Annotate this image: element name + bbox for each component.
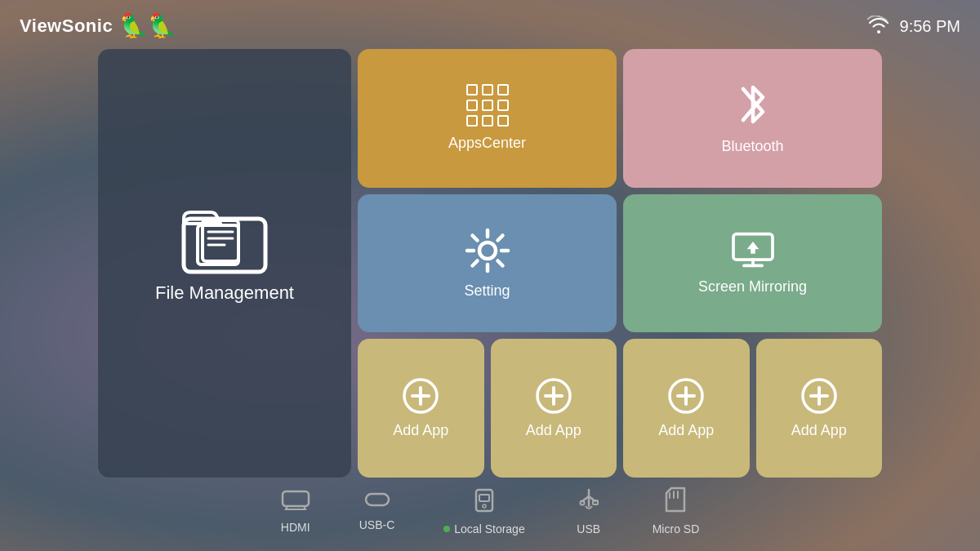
bottom-item-usb[interactable]: USB (574, 487, 604, 535)
bluetooth-label: Bluetooth (721, 138, 783, 155)
usb-icon (574, 487, 604, 518)
usb-label: USB (577, 522, 600, 535)
apps-center-icon (466, 84, 509, 127)
setting-tile[interactable]: Setting (358, 194, 617, 333)
screen-mirroring-tile[interactable]: Screen Mirroring (623, 194, 882, 333)
svg-rect-40 (593, 500, 598, 504)
svg-rect-34 (479, 495, 489, 501)
svg-rect-32 (366, 494, 389, 505)
add-app-3-icon (668, 378, 704, 414)
micro-sd-label: Micro SD (653, 522, 700, 535)
usb-c-label: USB-C (359, 518, 395, 531)
add-app-1-icon (403, 378, 439, 414)
add-app-2-label: Add App (526, 422, 581, 439)
bottom-bar: HDMI USB-C Local Storage (0, 478, 980, 551)
svg-point-35 (483, 504, 486, 508)
add-app-tile-2[interactable]: Add App (491, 339, 617, 478)
svg-rect-31 (283, 491, 309, 506)
file-management-tile[interactable]: File Management (98, 49, 351, 478)
right-grid: AppsCenter Bluetooth (358, 49, 882, 478)
bottom-item-hdmi[interactable]: HDMI (281, 488, 310, 534)
setting-icon (464, 227, 511, 274)
add-app-2-icon (536, 378, 572, 414)
logo-text: ViewSonic (20, 16, 113, 37)
local-storage-dot (443, 526, 450, 532)
add-app-tile-1[interactable]: Add App (358, 339, 484, 478)
setting-label: Setting (464, 282, 510, 300)
header-right: 9:56 PM (867, 16, 960, 38)
main-grid: File Management AppsCenter (0, 49, 980, 478)
add-app-1-label: Add App (393, 422, 448, 439)
time-display: 9:56 PM (900, 17, 960, 36)
micro-sd-icon (665, 487, 686, 518)
bluetooth-icon (735, 81, 771, 130)
bottom-item-local-storage[interactable]: Local Storage (443, 487, 524, 535)
file-management-label: File Management (155, 282, 294, 304)
add-app-4-label: Add App (791, 422, 847, 439)
svg-line-11 (472, 235, 477, 240)
svg-line-14 (497, 235, 502, 240)
screen-mirroring-icon (730, 231, 776, 270)
apps-center-label: AppsCenter (448, 135, 526, 152)
file-management-icon (180, 201, 270, 274)
logo-bird: 🦜🦜 (119, 15, 176, 38)
logo-area: ViewSonic 🦜🦜 (20, 15, 176, 38)
bottom-item-usb-c[interactable]: USB-C (359, 491, 395, 531)
local-storage-label: Local Storage (443, 522, 524, 535)
svg-point-39 (580, 501, 584, 505)
bottom-item-micro-sd[interactable]: Micro SD (653, 487, 700, 535)
bluetooth-tile[interactable]: Bluetooth (623, 49, 882, 188)
add-app-tile-3[interactable]: Add App (623, 339, 750, 478)
svg-line-12 (497, 260, 502, 265)
svg-point-6 (479, 242, 496, 259)
header: ViewSonic 🦜🦜 9:56 PM (0, 0, 980, 49)
wifi-icon (867, 16, 890, 38)
add-app-3-label: Add App (658, 422, 714, 439)
screen-mirroring-label: Screen Mirroring (698, 278, 807, 295)
svg-marker-18 (746, 242, 759, 254)
svg-line-13 (472, 260, 477, 265)
add-app-4-icon (801, 378, 837, 414)
hdmi-label: HDMI (281, 521, 310, 534)
hdmi-icon (281, 488, 310, 516)
local-storage-icon (471, 487, 497, 518)
usb-c-icon (363, 491, 392, 513)
add-app-tile-4[interactable]: Add App (756, 339, 883, 478)
apps-center-tile[interactable]: AppsCenter (358, 49, 617, 188)
